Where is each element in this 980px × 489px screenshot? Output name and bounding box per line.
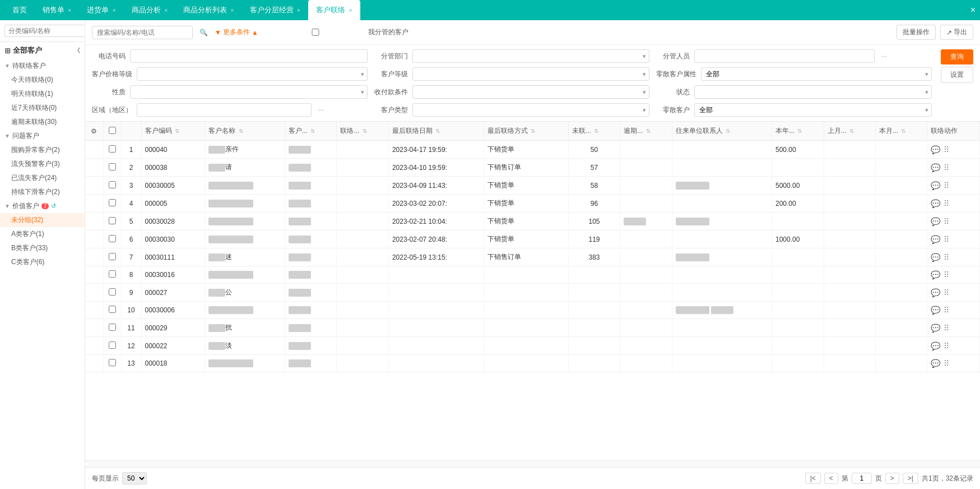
- tab-product-analysis[interactable]: 商品分析 ×: [124, 0, 175, 20]
- phone-action-icon[interactable]: 💬: [931, 235, 940, 244]
- td-last-way[interactable]: 下销货单: [484, 195, 569, 213]
- qr-action-icon[interactable]: ⠿: [944, 342, 949, 350]
- th-overdue[interactable]: 逾期... ⇅: [620, 122, 672, 141]
- td-checkbox[interactable]: [103, 355, 121, 372]
- phone-action-icon[interactable]: 💬: [931, 324, 940, 333]
- qr-action-icon[interactable]: ⠿: [944, 288, 949, 297]
- close-window-icon[interactable]: ×: [970, 5, 976, 15]
- td-last-way[interactable]: [484, 266, 569, 284]
- row-checkbox[interactable]: [109, 253, 116, 260]
- last-way-link[interactable]: 下销售订单: [487, 163, 521, 171]
- customer-level-select[interactable]: [412, 67, 650, 81]
- td-checkbox[interactable]: [103, 159, 121, 177]
- th-last-way[interactable]: 最后联络方式 ⇅: [484, 122, 569, 141]
- td-last-way[interactable]: 下销货单: [484, 177, 569, 195]
- value-customers-title[interactable]: ▼ 价值客户 7 ↺: [0, 199, 85, 213]
- retail-select[interactable]: 全部: [694, 103, 932, 117]
- prev-page-btn[interactable]: <: [824, 473, 838, 484]
- pending-contact-title[interactable]: ▼ 待联络客户: [0, 59, 85, 73]
- first-page-btn[interactable]: |<: [805, 473, 821, 484]
- td-last-way[interactable]: 下销货单: [484, 141, 569, 159]
- tab-purchase[interactable]: 进货单 ×: [79, 0, 123, 20]
- sidebar-item-ungrouped[interactable]: 未分组(32): [0, 213, 85, 227]
- filter-search-icon[interactable]: 🔍: [199, 29, 208, 36]
- tab-product-list[interactable]: 商品分析列表 ×: [175, 0, 241, 20]
- manager-ellipsis[interactable]: ···: [879, 52, 889, 60]
- tab-customer-contact[interactable]: 客户联络 ×: [308, 0, 360, 20]
- phone-action-icon[interactable]: 💬: [931, 145, 940, 154]
- qr-action-icon[interactable]: ⠿: [944, 145, 949, 154]
- th-contact[interactable]: 联络... ⇅: [337, 122, 388, 141]
- sidebar-item-declining[interactable]: 持续下滑客户(2): [0, 185, 85, 199]
- customer-type-select[interactable]: [412, 103, 650, 117]
- region-ellipsis[interactable]: ···: [316, 106, 326, 114]
- export-button[interactable]: ↗ 导出: [940, 25, 973, 40]
- sidebar-item-b-class[interactable]: B类客户(33): [0, 241, 85, 255]
- phone-action-icon[interactable]: 💬: [931, 181, 940, 190]
- td-last-way[interactable]: [484, 337, 569, 355]
- td-last-way[interactable]: 下销售订单: [484, 159, 569, 177]
- th-settings[interactable]: ⚙: [85, 122, 103, 141]
- more-conditions-btn[interactable]: ▼ 更多条件 ▲: [215, 27, 258, 37]
- phone-action-icon[interactable]: 💬: [931, 288, 940, 297]
- sidebar-item-churn-warning[interactable]: 流失预警客户(3): [0, 157, 85, 171]
- sidebar-item-c-class[interactable]: C类客户(6): [0, 255, 85, 269]
- td-last-way[interactable]: 下销货单: [484, 213, 569, 230]
- td-checkbox[interactable]: [103, 213, 121, 230]
- sidebar-item-today[interactable]: 今天待联络(0): [0, 73, 85, 87]
- last-way-link[interactable]: 下销售订单: [487, 253, 521, 261]
- td-last-way[interactable]: [484, 302, 569, 319]
- close-purchase[interactable]: ×: [112, 7, 115, 13]
- row-checkbox[interactable]: [109, 288, 116, 296]
- close-product-analysis[interactable]: ×: [164, 7, 168, 13]
- scrollbar-area[interactable]: [85, 460, 980, 467]
- td-checkbox[interactable]: [103, 266, 121, 284]
- qr-action-icon[interactable]: ⠿: [944, 306, 949, 315]
- manager-input[interactable]: [694, 49, 875, 63]
- last-way-link[interactable]: 下销货单: [487, 217, 514, 225]
- phone-action-icon[interactable]: 💬: [931, 199, 940, 208]
- row-checkbox[interactable]: [109, 359, 116, 366]
- td-last-way[interactable]: [484, 355, 569, 372]
- row-checkbox[interactable]: [109, 342, 116, 349]
- phone-action-icon[interactable]: 💬: [931, 342, 940, 350]
- phone-action-icon[interactable]: 💬: [931, 217, 940, 226]
- row-checkbox[interactable]: [109, 217, 116, 224]
- last-way-link[interactable]: 下销货单: [487, 145, 514, 153]
- close-customer-contact[interactable]: ×: [349, 7, 352, 13]
- row-checkbox[interactable]: [109, 324, 116, 331]
- per-page-select[interactable]: 50: [122, 472, 147, 485]
- tab-customer-tier[interactable]: 客户分层经营 ×: [242, 0, 308, 20]
- dept-select[interactable]: [412, 49, 650, 63]
- batch-op-button[interactable]: 批量操作: [897, 25, 936, 40]
- th-code[interactable]: 客户编码 ⇅: [141, 122, 205, 141]
- td-checkbox[interactable]: [103, 302, 121, 319]
- phone-input[interactable]: [130, 49, 368, 63]
- phone-action-icon[interactable]: 💬: [931, 270, 940, 279]
- my-customers-checkbox[interactable]: [265, 29, 366, 36]
- sidebar-item-overdue[interactable]: 逾期未联络(30): [0, 115, 85, 129]
- all-customers-header[interactable]: ⊞ 全部客户 《: [0, 42, 85, 59]
- row-checkbox[interactable]: [109, 306, 116, 313]
- td-last-way[interactable]: [484, 319, 569, 337]
- phone-action-icon[interactable]: 💬: [931, 163, 940, 172]
- last-way-link[interactable]: 下销货单: [487, 199, 514, 207]
- nature-select[interactable]: [130, 85, 368, 99]
- th-no-contact[interactable]: 未联... ⇅: [568, 122, 620, 141]
- th-name[interactable]: 客户名称 ⇅: [205, 122, 285, 141]
- phone-action-icon[interactable]: 💬: [931, 253, 940, 262]
- sidebar-item-tomorrow[interactable]: 明天待联络(1): [0, 87, 85, 101]
- th-this-year[interactable]: 本年... ⇅: [772, 122, 824, 141]
- sidebar-item-7days[interactable]: 近7天待联络(0): [0, 101, 85, 115]
- page-input[interactable]: [852, 473, 872, 484]
- td-last-way[interactable]: [484, 284, 569, 302]
- th-this-month[interactable]: 本月... ⇅: [875, 122, 927, 141]
- select-all-checkbox[interactable]: [109, 127, 116, 134]
- query-button[interactable]: 查询: [941, 49, 973, 64]
- qr-action-icon[interactable]: ⠿: [944, 163, 949, 172]
- status-select[interactable]: [694, 85, 932, 99]
- price-tier-select[interactable]: [137, 67, 368, 81]
- search-input[interactable]: [92, 26, 193, 39]
- row-checkbox[interactable]: [109, 270, 116, 278]
- td-checkbox[interactable]: [103, 141, 121, 159]
